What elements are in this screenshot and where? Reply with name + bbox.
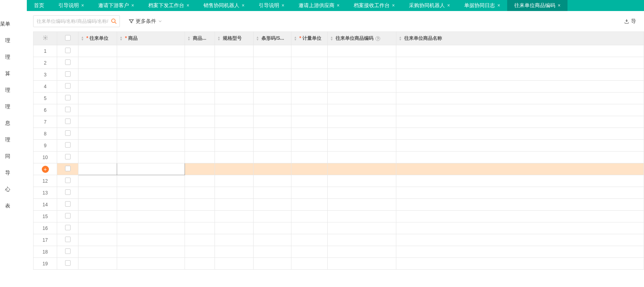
cell-prod2[interactable] [185, 69, 215, 81]
cell-spec[interactable] [215, 163, 254, 175]
row-checkbox[interactable] [65, 260, 71, 266]
cell-bar[interactable] [254, 234, 291, 246]
cell-prod[interactable] [117, 163, 185, 175]
cell-code[interactable] [328, 199, 396, 211]
cell-prod[interactable] [117, 128, 185, 140]
cell-prod2[interactable] [185, 246, 215, 258]
cell-prod[interactable] [117, 69, 185, 81]
table-row[interactable]: 10 [34, 152, 644, 163]
cell-meas[interactable] [291, 45, 328, 57]
cell-prod2[interactable] [185, 187, 215, 199]
cell-prod[interactable] [117, 57, 185, 69]
cell-prod2[interactable] [185, 128, 215, 140]
cell-code[interactable] [328, 81, 396, 93]
close-icon[interactable]: × [187, 3, 189, 8]
cell-spec[interactable] [215, 258, 254, 270]
cell-bar[interactable] [254, 128, 291, 140]
close-icon[interactable]: × [282, 3, 284, 8]
tab-3[interactable]: 档案下发工作台× [141, 0, 196, 11]
cell-unit[interactable] [78, 81, 117, 93]
row-checkbox[interactable] [65, 225, 71, 230]
cell-prod2[interactable] [185, 140, 215, 152]
cell-code[interactable] [328, 258, 396, 270]
col-spec[interactable]: 规格型号 [215, 32, 254, 45]
sidebar-item-11[interactable]: 表 [0, 198, 11, 214]
cell-bar[interactable] [254, 175, 291, 187]
row-checkbox[interactable] [65, 178, 71, 183]
sidebar-item-7[interactable]: 理 [0, 131, 11, 148]
cell-code[interactable] [328, 93, 396, 104]
cell-code[interactable] [328, 187, 396, 199]
search-icon[interactable] [110, 18, 118, 25]
cell-name[interactable] [396, 93, 644, 104]
cell-spec[interactable] [215, 222, 254, 234]
cell-code[interactable] [328, 152, 396, 163]
cell-spec[interactable] [215, 211, 254, 222]
col-code[interactable]: 往来单位商品编码 ? [328, 32, 396, 45]
cell-meas[interactable] [291, 116, 328, 128]
cell-name[interactable] [396, 140, 644, 152]
cell-unit[interactable] [78, 69, 117, 81]
cell-code[interactable] [328, 163, 396, 175]
row-checkbox[interactable] [65, 166, 71, 171]
cell-prod[interactable] [117, 199, 185, 211]
cell-prod[interactable] [117, 152, 185, 163]
table-row[interactable]: 9 [34, 140, 644, 152]
cell-prod[interactable] [117, 104, 185, 116]
close-icon[interactable]: × [558, 3, 560, 8]
tab-9[interactable]: 单据协同日志× [457, 0, 507, 11]
cell-meas[interactable] [291, 57, 328, 69]
cell-spec[interactable] [215, 128, 254, 140]
cell-prod2[interactable] [185, 163, 215, 175]
cell-bar[interactable] [254, 152, 291, 163]
tab-5[interactable]: 引导说明× [252, 0, 291, 11]
table-row[interactable]: 17 [34, 234, 644, 246]
row-checkbox[interactable] [65, 71, 71, 77]
row-checkbox[interactable] [65, 201, 71, 207]
cell-bar[interactable] [254, 187, 291, 199]
cell-name[interactable] [396, 69, 644, 81]
cell-prod[interactable] [117, 140, 185, 152]
cell-code[interactable] [328, 234, 396, 246]
select-all-checkbox[interactable] [65, 35, 71, 41]
cell-name[interactable] [396, 152, 644, 163]
cell-prod[interactable] [117, 175, 185, 187]
close-icon[interactable]: × [337, 3, 340, 8]
col-prod2[interactable]: 商品... [185, 32, 215, 45]
table-row[interactable]: 1 [34, 45, 644, 57]
sidebar-item-10[interactable]: 心 [0, 181, 11, 198]
tab-0[interactable]: 首页 [27, 0, 51, 11]
row-checkbox[interactable] [65, 237, 71, 242]
cell-code[interactable] [328, 104, 396, 116]
cell-unit[interactable] [78, 163, 117, 175]
cell-spec[interactable] [215, 187, 254, 199]
cell-bar[interactable] [254, 222, 291, 234]
tab-6[interactable]: 邀请上游供应商× [291, 0, 347, 11]
cell-prod2[interactable] [185, 152, 215, 163]
cell-unit[interactable] [78, 175, 117, 187]
cell-bar[interactable] [254, 45, 291, 57]
cell-prod2[interactable] [185, 222, 215, 234]
cell-prod[interactable] [117, 187, 185, 199]
cell-spec[interactable] [215, 152, 254, 163]
cell-unit[interactable] [78, 104, 117, 116]
add-row-icon[interactable]: + [42, 166, 49, 173]
cell-code[interactable] [328, 116, 396, 128]
cell-prod[interactable] [117, 93, 185, 104]
cell-meas[interactable] [291, 234, 328, 246]
tab-2[interactable]: 邀请下游客户× [91, 0, 141, 11]
cell-bar[interactable] [254, 104, 291, 116]
row-checkbox[interactable] [65, 154, 71, 159]
cell-code[interactable] [328, 57, 396, 69]
cell-bar[interactable] [254, 199, 291, 211]
cell-bar[interactable] [254, 211, 291, 222]
table-row[interactable]: 2 [34, 57, 644, 69]
cell-meas[interactable] [291, 258, 328, 270]
cell-meas[interactable] [291, 81, 328, 93]
close-icon[interactable]: × [131, 3, 134, 8]
cell-name[interactable] [396, 258, 644, 270]
cell-spec[interactable] [215, 246, 254, 258]
table-row[interactable]: 4 [34, 81, 644, 93]
row-checkbox[interactable] [65, 189, 71, 195]
cell-unit[interactable] [78, 187, 117, 199]
